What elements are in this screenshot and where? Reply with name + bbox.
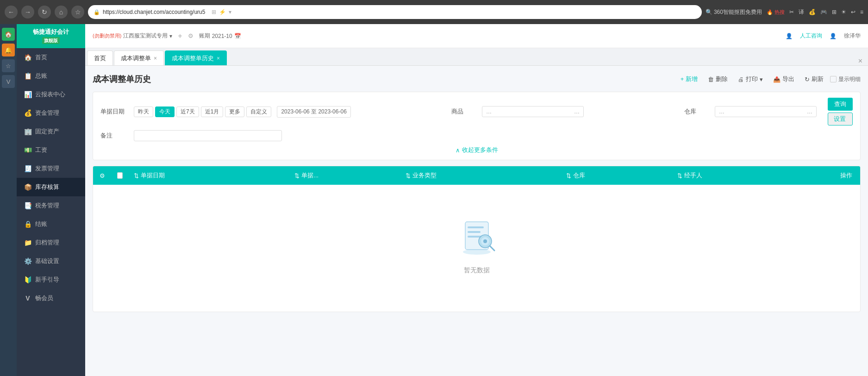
delete-button[interactable]: 🗑 删除 <box>704 73 731 85</box>
shortcut-7days[interactable]: 近7天 <box>176 107 199 117</box>
tab-cost-history[interactable]: 成本调整单历史 × <box>165 50 227 65</box>
empty-icon <box>454 213 500 259</box>
left-icon-2[interactable]: V <box>2 75 15 88</box>
sidebar-item-assets[interactable]: 🏢 固定资产 <box>17 122 85 141</box>
sidebar-item-close[interactable]: 🔒 结账 <box>17 215 85 233</box>
col-operator[interactable]: ⇅ 经手人 <box>672 171 832 180</box>
col-biz-type[interactable]: ⇅ 业务类型 <box>400 171 561 180</box>
new-button[interactable]: + 新增 <box>677 73 701 85</box>
left-icon-home[interactable]: 🏠 <box>2 28 15 41</box>
brightness-icon[interactable]: ☀ <box>841 9 846 15</box>
tab-home[interactable]: 首页 <box>87 50 113 65</box>
sidebar-item-home[interactable]: 🏠 首页 <box>17 48 85 67</box>
undo-icon[interactable]: ↩ <box>851 9 856 15</box>
tab-cost-label: 成本调整单 <box>121 54 151 63</box>
sidebar-label-ledger: 总账 <box>35 72 47 80</box>
address-bar[interactable]: 🔒 https://cloud.chanjet.com/accounting/u… <box>88 5 702 19</box>
sidebar-item-settings[interactable]: ⚙️ 基础设置 <box>17 252 85 270</box>
collapse-button[interactable]: ∧ 收起更多条件 <box>456 146 498 154</box>
sort-voucher-icon: ⇅ <box>294 172 300 179</box>
display-toggle[interactable]: 显示明细 <box>830 75 861 83</box>
sidebar-item-ledger[interactable]: 📋 总账 <box>17 67 85 85</box>
lightning-icon: ⚡ <box>219 9 226 15</box>
shortcut-yesterday[interactable]: 昨天 <box>134 107 153 117</box>
col-check[interactable] <box>112 172 128 179</box>
col-warehouse[interactable]: ⇅ 仓库 <box>561 171 672 180</box>
col-date[interactable]: ⇅ 单据日期 <box>128 171 289 180</box>
shortcut-custom[interactable]: 自定义 <box>246 107 271 117</box>
refresh-button[interactable]: ↻ 刷新 <box>801 73 827 85</box>
sidebar-item-archive[interactable]: 📁 归档管理 <box>17 233 85 252</box>
left-icon-orange[interactable]: 🔔 <box>2 44 15 56</box>
remark-input[interactable] <box>134 130 282 141</box>
shortcut-1month[interactable]: 近1月 <box>201 107 224 117</box>
company-selector[interactable]: (勿删勿禁用) 江西服宝测试专用 ▾ <box>93 32 172 40</box>
logo-sub: 旗舰版 <box>42 37 60 44</box>
tab-cost-adjustment[interactable]: 成本调整单 × <box>114 50 164 65</box>
add-company-icon[interactable]: + <box>178 32 182 40</box>
sidebar-item-invoice[interactable]: 🧾 发票管理 <box>17 159 85 178</box>
wallet-icon[interactable]: 💰 <box>809 9 816 15</box>
warehouse-select[interactable]: … … <box>715 106 817 117</box>
settings-gear-icon[interactable]: ⚙ <box>188 32 194 39</box>
sidebar-label-home: 首页 <box>35 53 47 62</box>
invoice-icon: 🧾 <box>24 165 31 172</box>
translate-icon[interactable]: 译 <box>799 8 804 16</box>
sidebar-item-salary[interactable]: 💵 工资 <box>17 141 85 159</box>
tab-history-close[interactable]: × <box>217 55 220 62</box>
url-text: https://cloud.chanjet.com/accounting/uru… <box>103 9 205 15</box>
tab-history-label: 成本调整单历史 <box>172 54 214 63</box>
sidebar-item-guide[interactable]: 🔰 新手引导 <box>17 270 85 289</box>
game-icon[interactable]: 🎮 <box>820 9 827 15</box>
global-close-icon[interactable]: × <box>853 57 868 65</box>
sidebar-item-tax[interactable]: 📑 税务管理 <box>17 196 85 215</box>
date-range-input[interactable]: 2023-06-06 至 2023-06-06 <box>277 106 350 118</box>
goods-select[interactable]: … … <box>482 106 584 117</box>
consult-label[interactable]: 人工咨询 <box>800 32 822 40</box>
query-button[interactable]: 查询 <box>828 98 853 111</box>
calendar-icon: 📅 <box>234 33 241 39</box>
main-content: (勿删勿禁用) 江西服宝测试专用 ▾ + ⚙ 账期 2021-10 📅 👤 人工… <box>85 24 868 376</box>
period-selector[interactable]: 账期 2021-10 📅 <box>199 32 241 40</box>
star-button[interactable]: ☆ <box>71 6 84 19</box>
delete-icon: 🗑 <box>708 76 714 83</box>
sidebar-label-archive: 归档管理 <box>35 238 59 247</box>
user-avatar: 👤 <box>830 33 837 39</box>
tab-cost-close[interactable]: × <box>154 55 157 62</box>
lock-icon: 🔒 <box>94 9 100 15</box>
empty-state: 暂无数据 <box>93 185 860 312</box>
header-checkbox[interactable] <box>117 172 123 179</box>
chevron-up-icon: ∧ <box>456 147 460 154</box>
period-value: 2021-10 <box>212 33 232 39</box>
left-strip: 🏠 🔔 ☆ V <box>0 24 17 376</box>
date-shortcuts: 昨天 今天 近7天 近1月 更多 自定义 <box>134 107 271 117</box>
apps-icon[interactable]: ⊞ <box>832 9 837 15</box>
scissors-icon[interactable]: ✂ <box>789 9 794 15</box>
col-voucher[interactable]: ⇅ 单据... <box>289 171 400 180</box>
home-button[interactable]: ⌂ <box>55 6 68 19</box>
settings-btn[interactable]: 设置 <box>828 113 853 125</box>
svg-point-8 <box>483 239 487 243</box>
forward-button[interactable]: → <box>21 6 34 19</box>
funds-icon: 💰 <box>24 109 31 117</box>
shortcut-today[interactable]: 今天 <box>155 107 175 117</box>
company-name: 江西服宝测试专用 <box>123 32 168 40</box>
shortcut-more[interactable]: 更多 <box>225 107 244 117</box>
page-title: 成本调整单历史 <box>93 74 151 85</box>
tax-icon: 📑 <box>24 202 31 209</box>
user-name[interactable]: 徐泽华 <box>844 32 861 40</box>
sidebar-item-member[interactable]: V 畅会员 <box>17 289 85 307</box>
company-dropdown-icon: ▾ <box>169 33 172 39</box>
filter-section: 单据日期 昨天 今天 近7天 近1月 更多 自定义 2023-06-06 至 2… <box>93 92 861 160</box>
back-button[interactable]: ← <box>5 6 18 19</box>
sidebar-item-reports[interactable]: 📊 云报表中心 <box>17 85 85 104</box>
sidebar-item-funds[interactable]: 💰 资金管理 <box>17 104 85 122</box>
menu-icon[interactable]: ≡ <box>860 9 863 15</box>
checkbox-toggle[interactable] <box>830 76 837 82</box>
refresh-button[interactable]: ↻ <box>38 6 51 19</box>
sidebar-item-inventory[interactable]: 📦 库存核算 <box>17 178 85 196</box>
left-icon-1[interactable]: ☆ <box>2 59 15 72</box>
print-button[interactable]: 🖨 打印 ▾ <box>734 73 767 85</box>
export-button[interactable]: 📤 导出 <box>769 73 798 85</box>
col-gear[interactable]: ⚙ <box>93 172 112 179</box>
